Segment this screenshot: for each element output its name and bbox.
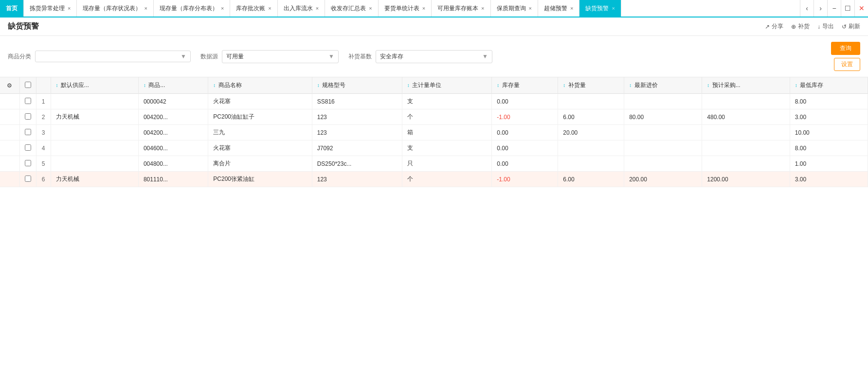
- tab-inventory-dist[interactable]: 现存量（库存分布表）×: [154, 0, 230, 17]
- tab-receive-summary[interactable]: 收发存汇总表×: [325, 0, 378, 17]
- restock-button[interactable]: ⊕ 补货: [791, 22, 810, 31]
- category-label: 商品分类: [8, 53, 31, 61]
- row-supplier: [51, 141, 138, 156]
- column-product-code[interactable]: ↕ 商品...: [138, 77, 208, 94]
- restock-base-filter-group: 补货基数 安全库存 ▼: [348, 50, 492, 63]
- table-header-row: ⚙ ↕ 默认供应... ↕ 商品... ↕: [0, 77, 868, 94]
- tab-close-expiry-query[interactable]: ×: [529, 5, 532, 11]
- row-unit: 支: [402, 94, 491, 109]
- datasource-value: 可用量: [226, 53, 244, 61]
- row-checkbox[interactable]: [25, 160, 31, 166]
- col-latest-price-label: 最新进价: [634, 82, 658, 88]
- window-close-button[interactable]: ✕: [854, 0, 868, 17]
- row-checkbox[interactable]: [25, 144, 31, 151]
- tab-label: 可用量库存账本: [437, 4, 478, 13]
- tab-shortage[interactable]: 缺货预警×: [579, 0, 621, 17]
- tab-close-inventory-status[interactable]: ×: [144, 5, 147, 11]
- row-product-name: PC200油缸缸子: [208, 109, 312, 125]
- row-latest-price: 80.00: [624, 109, 702, 125]
- row-est-purchase: 1200.00: [702, 172, 790, 187]
- datasource-filter-group: 数据源 可用量 ▼: [200, 50, 339, 63]
- tab-batch-account[interactable]: 库存批次账×: [230, 0, 277, 17]
- tab-inventory-status[interactable]: 现存量（库存状况表）×: [77, 0, 153, 17]
- row-checkbox-cell[interactable]: [19, 172, 36, 187]
- column-est-purchase[interactable]: ↕ 预计采购...: [702, 77, 790, 94]
- row-restock-qty: [558, 156, 624, 172]
- row-stock: 0.00: [492, 156, 558, 172]
- column-stock[interactable]: ↕ 库存量: [492, 77, 558, 94]
- column-settings[interactable]: ⚙: [0, 77, 19, 94]
- select-all-checkbox[interactable]: [25, 82, 31, 88]
- tab-prev-button[interactable]: ‹: [800, 0, 814, 17]
- window-maximize-button[interactable]: ☐: [841, 0, 854, 17]
- row-checkbox[interactable]: [25, 113, 31, 120]
- share-icon: ↗: [765, 23, 770, 30]
- row-checkbox[interactable]: [25, 98, 31, 104]
- row-number: 2: [36, 109, 51, 125]
- column-product-name[interactable]: ↕ 商品名称: [208, 77, 312, 94]
- tab-close-order-stat[interactable]: ×: [422, 5, 425, 11]
- table-row: 5 004800... 离合片 DS250*23c... 只 0.00 1.00: [0, 156, 868, 172]
- filter-area: 商品分类 ▼ 数据源 可用量 ▼ 补货基数 安全库存 ▼ 查询 设置: [0, 36, 868, 77]
- row-checkbox-cell[interactable]: [19, 125, 36, 141]
- row-est-purchase: [702, 125, 790, 141]
- col-supplier-label: 默认供应...: [61, 82, 89, 88]
- category-select[interactable]: ▼: [35, 51, 191, 62]
- tab-close-batch-account[interactable]: ×: [268, 5, 271, 11]
- tab-expiry-query[interactable]: 保质期查询×: [491, 0, 538, 17]
- row-checkbox-cell[interactable]: [19, 94, 36, 109]
- refresh-icon: ↺: [842, 23, 847, 30]
- row-spec: J7092: [312, 141, 402, 156]
- row-spec: DS250*23c...: [312, 156, 402, 172]
- tab-next-button[interactable]: ›: [814, 0, 827, 17]
- tab-label: 出入库流水: [284, 4, 313, 13]
- gear-icon: ⚙: [7, 82, 12, 89]
- row-unit: 箱: [402, 125, 491, 141]
- category-filter-group: 商品分类 ▼: [8, 51, 191, 62]
- tab-close-abnormal[interactable]: ×: [68, 5, 71, 11]
- export-button[interactable]: ↓ 导出: [817, 22, 834, 31]
- tab-overstock[interactable]: 超储预警×: [538, 0, 579, 17]
- row-product-name: 火花塞: [208, 141, 312, 156]
- settings-button[interactable]: 设置: [834, 58, 860, 71]
- datasource-select[interactable]: 可用量 ▼: [222, 50, 339, 63]
- datasource-arrow-icon: ▼: [328, 53, 334, 60]
- refresh-button[interactable]: ↺ 刷新: [842, 22, 860, 31]
- row-product-name: PC200张紧油缸: [208, 172, 312, 187]
- row-supplier: [51, 125, 138, 141]
- row-spec: 123: [312, 125, 402, 141]
- tab-abnormal[interactable]: 拣货异常处理×: [24, 0, 77, 17]
- column-checkbox[interactable]: [19, 77, 36, 94]
- column-spec[interactable]: ↕ 规格型号: [312, 77, 402, 94]
- tab-close-shortage[interactable]: ×: [612, 5, 615, 11]
- row-checkbox-cell[interactable]: [19, 156, 36, 172]
- col-stock-label: 库存量: [502, 82, 520, 88]
- window-minimize-button[interactable]: −: [827, 0, 841, 17]
- share-button[interactable]: ↗ 分享: [765, 22, 783, 31]
- table-row: 4 004600... 火花塞 J7092 支 0.00 8.00: [0, 141, 868, 156]
- row-checkbox[interactable]: [25, 129, 31, 135]
- column-latest-price[interactable]: ↕ 最新进价: [624, 77, 702, 94]
- tab-close-inventory-dist[interactable]: ×: [221, 5, 224, 11]
- row-restock-qty: [558, 94, 624, 109]
- column-supplier[interactable]: ↕ 默认供应...: [51, 77, 138, 94]
- column-restock-qty[interactable]: ↕ 补货量: [558, 77, 624, 94]
- tab-home[interactable]: 首页: [0, 0, 24, 17]
- row-checkbox[interactable]: [25, 176, 31, 182]
- column-unit[interactable]: ↕ 主计量单位: [402, 77, 491, 94]
- row-checkbox-cell[interactable]: [19, 109, 36, 125]
- row-checkbox-cell[interactable]: [19, 141, 36, 156]
- tab-close-overstock[interactable]: ×: [570, 5, 573, 11]
- tab-close-available-ledger[interactable]: ×: [481, 5, 484, 11]
- tab-available-ledger[interactable]: 可用量库存账本×: [432, 0, 490, 17]
- query-button[interactable]: 查询: [831, 42, 860, 55]
- restock-label: 补货: [798, 22, 810, 31]
- tab-close-receive-summary[interactable]: ×: [369, 5, 372, 11]
- tab-inout-flow[interactable]: 出入库流水×: [278, 0, 325, 17]
- sort-icon-product-name: ↕: [213, 83, 216, 88]
- tab-close-inout-flow[interactable]: ×: [316, 5, 319, 11]
- tab-order-stat[interactable]: 要货单统计表×: [379, 0, 432, 17]
- row-min-stock: 8.00: [790, 94, 868, 109]
- column-min-stock[interactable]: ↕ 最低库存: [790, 77, 868, 94]
- restock-base-select[interactable]: 安全库存 ▼: [376, 50, 492, 63]
